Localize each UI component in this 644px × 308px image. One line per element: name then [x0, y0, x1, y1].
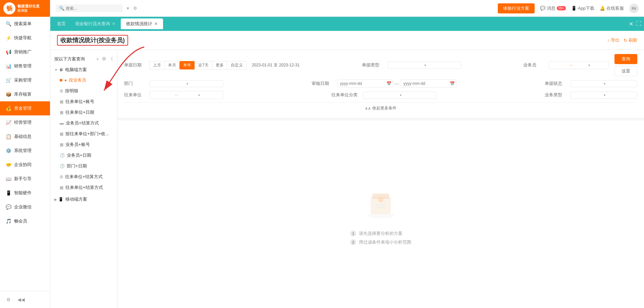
scheme-item-salesperson-settle[interactable]: ▬ 业务员+结算方式 — [50, 118, 117, 129]
partner-account-icon: ▦ — [60, 99, 63, 104]
docstatus-arrow-icon: ▾ — [604, 82, 634, 86]
scheme-item-partner-settle2[interactable]: ▦ 往来单位+结算方式 — [50, 182, 117, 193]
sidebar-item-operations[interactable]: 📈 经营管理 — [0, 115, 50, 130]
salesperson-select[interactable]: ··· ▾ — [549, 61, 609, 69]
add-scheme-icon[interactable]: ＋ — [95, 56, 100, 62]
trial-button[interactable]: 体验行业方案 — [498, 3, 535, 13]
sidebar: 畅 畅捷通好生意 标准版 🔍 搜索菜单 ⚡ 快捷导航 📢 营销推广 📊 销 — [0, 0, 50, 308]
scheme-group-desktop-title[interactable]: ▼ 🖥 电脑端方案 — [50, 65, 117, 75]
partner-settle2-icon: ▦ — [60, 185, 63, 190]
tab-cashflow-close[interactable]: ✕ — [112, 21, 115, 26]
sidebar-item-basicinfo[interactable]: 📋 基础信息 — [0, 130, 50, 144]
header-dropdown[interactable]: ▾ — [127, 6, 129, 11]
dept-select[interactable]: ▾ — [150, 80, 223, 87]
svg-point-3 — [378, 197, 383, 202]
online-service-btn[interactable]: 🔔 在线客服 — [600, 5, 624, 11]
date-tab-thisyear[interactable]: 本年 — [179, 61, 195, 69]
cooperation-icon: 🤝 — [5, 162, 11, 168]
sidebar-item-marketing[interactable]: 📢 营销推广 — [0, 45, 50, 59]
date-tab-more[interactable]: 更多 — [212, 61, 227, 69]
page-actions: ↑ 导出 ↻ 刷新 — [607, 37, 638, 43]
scheme-item-dept-date[interactable]: 🕐 部门+日期 — [50, 161, 117, 171]
partner-more-icon: ··· — [175, 93, 196, 97]
sidebar-item-quicknav[interactable]: ⚡ 快捷导航 — [0, 31, 50, 45]
scheme-item-by-salesperson[interactable]: ● 按业务员 — [50, 75, 117, 86]
biztype-select[interactable]: ▾ — [570, 92, 637, 99]
salesperson-scheme-icon: ● — [64, 78, 67, 83]
sidebar-item-purchase[interactable]: 🛒 采购管理 — [0, 73, 50, 87]
search-icon: 🔍 — [59, 6, 64, 11]
doctype-label: 单据类型 — [362, 62, 382, 68]
sidebar-item-sales[interactable]: 📊 销售管理 — [0, 59, 50, 73]
collapse-panel-icon[interactable]: 《 — [108, 56, 113, 62]
sidebar-item-cooperation[interactable]: 🤝 企业协同 — [0, 158, 50, 172]
sidebar-item-hardware[interactable]: 📱 智能硬件 — [0, 186, 50, 200]
group-arrow-icon: ▼ — [54, 68, 58, 72]
main-content: 🔍 ▾ ⚙ 体验行业方案 💬 消息 99+ 📱 App下载 🔔 — [50, 0, 644, 308]
operations-icon: 📈 — [5, 119, 11, 125]
settings-bottom-btn[interactable]: ⚙ — [3, 295, 13, 305]
scheme-items-desktop: ● 按业务员 ⊞ 按明细 ▦ 往来单位+账号 ▦ — [50, 75, 117, 193]
collapse-bar[interactable]: ∧∧ 收起更多条件 — [124, 102, 637, 114]
partner-cat-select[interactable]: ▾ — [363, 92, 437, 99]
header-search-box[interactable]: 🔍 — [56, 4, 123, 12]
sidebar-item-wechat[interactable]: 💬 企业微信 — [0, 200, 50, 214]
date-tab-lastmonth[interactable]: 上月 — [149, 61, 165, 69]
settings-icon[interactable]: ⚙ — [133, 6, 137, 11]
dept-date-icon: 🕐 — [60, 164, 65, 168]
message-btn[interactable]: 💬 消息 99+ — [540, 5, 566, 11]
partner-select[interactable]: ··· ▾ — [150, 91, 223, 99]
scheme-item-partner-dept-collect[interactable]: ▦ 按往来单位+部门+收... — [50, 129, 117, 139]
scheme-item-salesperson-account[interactable]: ▦ 业务员+账号 — [50, 139, 117, 150]
right-content: 单据日期 上月 本月 本年 近7天 更多 自定义 2023-01-01 至 — [117, 50, 644, 308]
sidebar-item-finance[interactable]: 💰 资金管理 — [0, 101, 50, 115]
page-title: 收款情况统计(按业务员) — [57, 35, 128, 46]
search-menu-icon: 🔍 — [5, 21, 11, 27]
sidebar-item-member[interactable]: 🎵 畅会员 — [0, 214, 50, 228]
tab-home[interactable]: 首页 — [53, 21, 70, 27]
biztype-label: 业务类型 — [545, 92, 565, 98]
scheme-item-partner-account[interactable]: ▦ 往来单位+账号 — [50, 96, 117, 107]
settings-scheme-icon[interactable]: ⚙ — [102, 56, 106, 62]
date-tab-custom[interactable]: 自定义 — [227, 61, 247, 69]
docstatus-select[interactable]: ▾ — [570, 80, 637, 87]
scheme-item-partner-settle1[interactable]: ⊞ 往来单位+结算方式 — [50, 171, 117, 182]
set-button[interactable]: 设置 — [614, 66, 637, 76]
close-tab-btn[interactable]: ✕ — [629, 21, 633, 27]
system-icon: ⚙️ — [5, 148, 11, 154]
review-date-range: 📅 — 📅 — [337, 80, 457, 88]
service-icon: 🔔 — [600, 6, 605, 11]
guide-icon: 📖 — [5, 176, 11, 182]
scheme-item-detail[interactable]: ⊞ 按明细 — [50, 86, 117, 96]
scheme-group-mobile-title[interactable]: ▶ 📱 移动端方案 — [50, 194, 117, 204]
left-scheme-panel: 按以下方案查询 ＋ ⚙ 《 ▼ 🖥 电脑端方案 — [50, 50, 117, 308]
sidebar-item-search[interactable]: 🔍 搜索菜单 — [0, 17, 50, 31]
scheme-item-partner-date[interactable]: ▦ 往来单位+日期 — [50, 107, 117, 118]
maximize-tab-btn[interactable]: ⛶ — [636, 21, 641, 27]
doctype-arrow-icon: ▾ — [424, 63, 458, 67]
sidebar-item-system[interactable]: ⚙️ 系统管理 — [0, 144, 50, 158]
scheme-item-salesperson-date[interactable]: 🕐 业务员+日期 — [50, 150, 117, 161]
sidebar-item-guide[interactable]: 📖 新手引导 — [0, 172, 50, 186]
user-avatar[interactable]: Rit — [629, 4, 639, 13]
partner-cat-arrow-icon: ▾ — [400, 93, 433, 97]
doctype-select[interactable]: ▾ — [387, 62, 461, 69]
date-range: 2023-01-01 至 2023-12-31 — [252, 62, 300, 68]
empty-state: 1 请先选择要分析的方案 2 用过滤条件来缩小分析范围 — [117, 120, 644, 308]
review-date-from[interactable] — [337, 80, 393, 88]
tab-collection[interactable]: 收款情况统计 ✕ — [121, 18, 163, 29]
search-input[interactable] — [66, 6, 119, 11]
scheme-group-mobile: ▶ 📱 移动端方案 — [50, 194, 117, 204]
query-button[interactable]: 查询 — [614, 54, 637, 64]
collapse-sidebar-btn[interactable]: ◀◀ — [16, 295, 26, 305]
sidebar-item-inventory[interactable]: 📦 库存核算 — [0, 87, 50, 101]
date-tab-thismonth[interactable]: 本月 — [164, 61, 180, 69]
tab-cashflow[interactable]: 现金银行流水查询 ✕ — [70, 18, 121, 29]
inventory-icon: 📦 — [5, 91, 11, 97]
date-tab-7days[interactable]: 近7天 — [195, 61, 212, 69]
review-date-to[interactable] — [400, 80, 457, 88]
tab-collection-close[interactable]: ✕ — [154, 21, 158, 26]
refresh-btn[interactable]: ↻ 刷新 — [624, 37, 637, 43]
export-btn[interactable]: ↑ 导出 — [607, 37, 620, 43]
app-download-btn[interactable]: 📱 App下载 — [571, 5, 594, 11]
